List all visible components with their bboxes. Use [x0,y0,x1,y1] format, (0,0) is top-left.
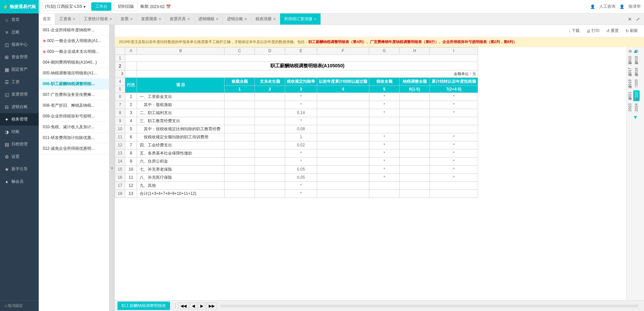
year-up-button[interactable]: ▲ [633,48,638,54]
sidebar-item-assets-mgmt[interactable]: ⊞资金管理 [0,51,39,63]
sidebar-item-archive[interactable]: ▤归档管理 [0,138,39,150]
archive-icon: ▤ [4,142,9,147]
refresh-button[interactable]: ↻ 刷新 [623,27,640,35]
col-header-e: 税收规定扣除率 [285,77,317,85]
left-panel-item-002[interactable]: ⊗002-一般企业收入明细表(A1... [39,36,109,46]
sidebar-item-settings[interactable]: ⚙设置 [0,150,39,163]
period-info: 账期 2023-02 📅 [140,4,171,9]
left-panel-item-009[interactable]: 009-企业所得税弥补亏损明... [39,111,109,122]
col-header-e: E [285,47,317,55]
error-icon: ⊗ [43,49,46,54]
year-btn-2016[interactable]: 2016年 [633,55,640,65]
sidebar-item-payroll-mgmt[interactable]: ☰工资 [0,76,39,88]
tab-payroll-stats[interactable]: 工资统计报表✕ [80,13,116,25]
tab-close-invoice-calc[interactable]: ✕ [159,17,161,21]
left-panel: 001-企业所得税年度纳税申...⊗002-一般企业收入明细表(A1...⊗00… [39,25,109,311]
left-panel-item-012[interactable]: 012-减免企业所得税优惠明... [39,143,109,154]
tab-income-tax[interactable]: 所得税汇算清缴✕ [280,13,321,25]
year-btn-2021[interactable]: 2021年 [627,90,633,101]
tab-invoice-open[interactable]: 发票开具✕ [166,13,194,25]
col-header-i: 累计结转以后年度抵税额 [430,77,478,85]
col-subheader-f: 4 [317,85,369,93]
main-area: (勾划) 江西皖宝-LSS ▾ 工作台 切到旧版 账期 2023-02 📅 👤 … [39,0,644,311]
collapse-panel-button[interactable]: « [109,25,115,311]
left-panel-item-006[interactable]: 006-职工薪酬纳税调整明细... [39,79,109,90]
tab-invoice[interactable]: 发票✕ [116,13,137,25]
sidebar-item-invoice-mgmt[interactable]: ◱发票管理 [0,88,39,101]
year-btn-2018[interactable]: 2018年 [633,66,640,77]
sidebar-item-instock[interactable]: ⊟进销台账 [0,101,39,113]
col-header-c: C [225,47,255,55]
year-btn-2022[interactable]: 2022年 [633,90,640,101]
sidebar-item-settlement[interactable]: ◑结账 [0,126,39,138]
download-button[interactable]: ↓ 下载 [567,27,582,35]
table-row: 10 5 其中：按税收规定比例扣除的职工教育经费 0.08 [115,125,478,133]
tab-invoice-calc[interactable]: 发票测算✕ [137,13,166,25]
maximize-tab-button[interactable]: ⤢ [635,16,641,23]
tab-close-tax-clearance[interactable]: ✕ [273,17,276,21]
sidebar-label-instock: 进销台账 [11,104,28,110]
tab-tax-clearance[interactable]: 税表清册✕ [251,13,280,25]
year-btn-2015[interactable]: 2015年 [627,55,633,65]
year-btn-2019[interactable]: 2019年 [627,78,633,89]
table-row: 13 8 五、各类基本社会保障性缴款 * * * [115,149,478,157]
sidebar-item-new-guide[interactable]: ★新手引导 [0,163,39,175]
tab-home[interactable]: 首页 [39,13,55,25]
sheet-title: 职工薪酬纳税调整明细表(A105050) [137,62,478,70]
left-panel-label-008: 008-资产折旧、摊销及纳税... [43,103,95,108]
close-tab-button[interactable]: ✕ [626,16,633,23]
left-panel-item-010[interactable]: 010-免税、减计收入及加计... [39,122,109,133]
tab-instock-ledger[interactable]: 进销台账✕ [223,13,251,25]
year-btn-2023[interactable]: 2023年 [627,102,633,113]
sheet-nav-next[interactable]: ▶ [198,303,206,309]
left-panel-item-007[interactable]: 007-广告费和业务宣传费摊... [39,90,109,100]
left-panel-item-001[interactable]: 001-企业所得税年度纳税申... [39,25,109,36]
notice-text: 2019年度汶及取以前年度结转数据的申报表单元格需要手工操护正确，才能保证本年及… [119,40,308,44]
left-panel-label-010: 010-免税、减计收入及加计... [43,124,95,130]
year-down-button[interactable]: ▼ [633,115,638,120]
year-btn-2020[interactable]: 2020年 [633,78,640,89]
left-panel-item-011[interactable]: 011-研发费用加计扣除优惠... [39,133,109,143]
table-row: 12 7 四、工会经费支出 0.02 * * [115,141,478,149]
company-selector[interactable]: (勾划) 江西皖宝-LSS ▾ [42,2,89,11]
print-button[interactable]: 🖨 打印 [584,27,602,35]
sidebar-item-member[interactable]: ♦畅会员 [0,175,39,188]
support-label[interactable]: 人工咨询 [599,4,615,9]
tab-instock-verify[interactable]: 进销稽核✕ [194,13,223,25]
reset-button[interactable]: ↺ 重置 [604,27,621,35]
fixed-assets-icon: ▦ [4,67,9,72]
tab-payroll[interactable]: 工资表✕ [55,13,80,25]
bottom-sheet-tab[interactable]: 职工薪酬纳税调整明细表 [117,302,170,310]
tab-close-instock-verify[interactable]: ✕ [216,17,218,21]
sheet-nav-prev[interactable]: ◀ [190,303,197,309]
col-header-f: 以前年度累计结转以超过额 [317,77,369,85]
sidebar-item-fixed-assets[interactable]: ▦固定资产 [0,63,39,76]
left-panel-item-003[interactable]: ⊗003-一般企业成本支出明细... [39,46,109,57]
sheet-nav-first[interactable]: ◀◀ [178,303,189,309]
tab-close-payroll-stats[interactable]: ✕ [109,17,112,21]
sheet-scroll[interactable]: A B C D E F G H I 1 2 [115,47,626,301]
sidebar-item-tax-mgmt[interactable]: ✦税务管理 [0,113,39,126]
sidebar-item-home[interactable]: ⌂首页 [0,13,39,26]
tab-close-payroll[interactable]: ✕ [73,17,75,21]
sidebar-item-general[interactable]: ≡总账 [0,26,39,38]
sidebar-item-report[interactable]: ◫报表中心 [0,38,39,51]
tab-close-invoice-open[interactable]: ✕ [187,17,190,21]
switch-old-button[interactable]: 切到旧版 [114,2,138,11]
workspace-button[interactable]: 工作台 [91,2,111,11]
year-btn-2017[interactable]: 2017年 [627,66,633,77]
left-panel-label-003: 003-一般企业成本支出明细... [47,49,99,55]
more-sheets-icon[interactable]: ⋮ [173,303,178,309]
left-panel-item-008[interactable]: 008-资产折旧、摊销及纳税... [39,100,109,111]
cancel-fixed-btn[interactable]: ◁ 取消固定 [0,301,39,311]
sheet-nav-last[interactable]: ▶▶ [206,303,217,309]
col-header-g: G [369,47,400,55]
tab-close-income-tax[interactable]: ✕ [314,17,316,21]
user-label[interactable]: 徐泽华 [629,4,641,9]
horizontal-scrollbar[interactable] [220,305,639,307]
tab-close-invoice[interactable]: ✕ [130,17,133,21]
left-panel-item-004[interactable]: 004-期间费用明细表(A1040...) [39,57,109,68]
year-btn-2024[interactable]: 2024年 [633,102,640,113]
tab-close-instock-ledger[interactable]: ✕ [244,17,247,21]
left-panel-item-005[interactable]: 005-纳税调整项目明细表(A1... [39,68,109,79]
